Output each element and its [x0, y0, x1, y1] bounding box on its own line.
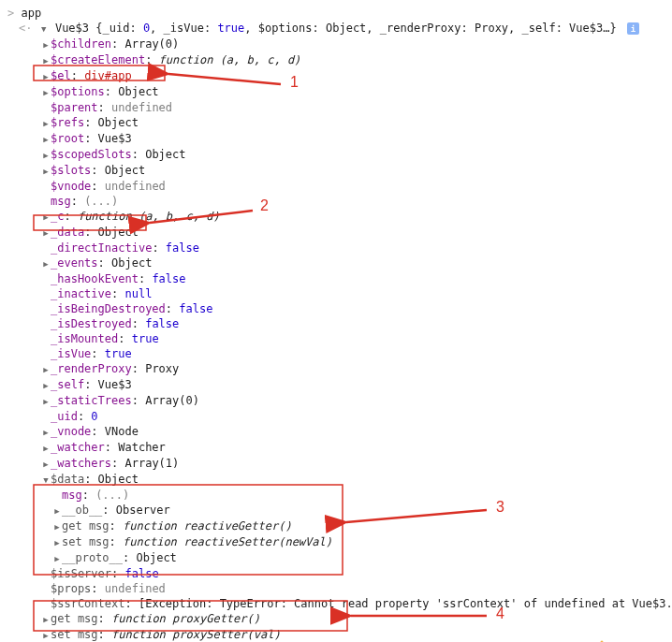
property-row[interactable]: $createElement: function (a, b, c, d) [7, 52, 665, 68]
brace: } [609, 22, 616, 35]
property-row[interactable]: $props: undefined [7, 581, 665, 596]
property-row[interactable]: _isVue: true [7, 346, 665, 361]
property-row[interactable]: _isDestroyed: false [7, 316, 665, 331]
brace: { [95, 22, 102, 35]
property-row[interactable]: $parent: undefined [7, 100, 665, 115]
info-icon[interactable]: i [627, 22, 639, 35]
annotation-label: 2 [260, 198, 269, 213]
property-row[interactable]: $vnode: undefined [7, 179, 665, 194]
expand-icon[interactable] [41, 472, 51, 488]
expand-icon[interactable] [41, 147, 51, 163]
object-header[interactable]: <· Vue$3 {_uid: 0, _isVue: true, $option… [7, 21, 665, 36]
annotation-label: 3 [496, 500, 504, 515]
property-row[interactable]: set msg: function reactiveSetter(newVal) [7, 534, 665, 550]
property-row[interactable]: $isServer: false [7, 566, 665, 581]
property-row[interactable]: _vnode: VNode [7, 424, 665, 440]
expand-icon[interactable] [41, 424, 51, 440]
data-section-header[interactable]: $data: Object [7, 472, 665, 488]
expand-icon[interactable] [41, 255, 51, 271]
property-row[interactable]: _data: Object [7, 225, 665, 241]
property-row[interactable]: _self: Vue$3 [7, 377, 665, 393]
property-row[interactable]: $slots: Object [7, 163, 665, 179]
header-summary: _uid: 0, _isVue: true, $options: Object,… [103, 22, 610, 35]
expand-icon[interactable] [41, 611, 51, 627]
expand-icon[interactable] [52, 534, 62, 550]
property-row[interactable]: _directInactive: false [7, 241, 665, 255]
expand-icon[interactable] [52, 503, 62, 518]
expand-icon[interactable] [41, 36, 51, 52]
expand-icon[interactable] [52, 550, 62, 566]
console-prompt-line: > app [7, 6, 665, 21]
expand-icon[interactable] [41, 225, 51, 241]
expand-icon[interactable] [41, 361, 51, 377]
property-row[interactable]: _uid: 0 [7, 409, 665, 424]
property-row[interactable]: $root: Vue$3 [7, 131, 665, 147]
property-row[interactable]: $el: div#app [7, 68, 665, 84]
expand-icon[interactable] [41, 131, 51, 147]
property-row[interactable]: $ssrContext: [Exception: TypeError: Cann… [7, 596, 665, 611]
prompt-chevron: <· [19, 22, 32, 35]
property-row[interactable]: _watcher: Watcher [7, 440, 665, 456]
property-row[interactable]: _c: function (a, b, c, d) [7, 209, 665, 225]
property-row[interactable]: _renderProxy: Proxy [7, 361, 665, 377]
property-row[interactable]: $children: Array(0) [7, 36, 665, 52]
property-row[interactable]: get msg: function proxyGetter() [7, 611, 665, 627]
property-row[interactable]: msg: (...) [7, 488, 665, 503]
property-row[interactable]: _hasHookEvent: false [7, 271, 665, 286]
property-row[interactable]: _staticTrees: Array(0) [7, 393, 665, 409]
property-row[interactable]: set msg: function proxySetter(val) [7, 627, 665, 642]
expand-icon[interactable] [41, 456, 51, 472]
annotation-label: 4 [496, 606, 504, 621]
property-row[interactable]: __proto__: Object [7, 550, 665, 566]
expand-icon[interactable] [41, 209, 51, 225]
property-row[interactable]: get msg: function reactiveGetter() [7, 518, 665, 534]
property-row[interactable]: msg: (...) [7, 194, 665, 209]
property-row[interactable]: _events: Object [7, 255, 665, 271]
prompt-chevron: > [7, 7, 14, 20]
expand-icon[interactable] [41, 68, 51, 84]
expand-icon[interactable] [41, 440, 51, 456]
property-row[interactable]: __ob__: Observer [7, 503, 665, 518]
property-row[interactable]: _watchers: Array(1) [7, 456, 665, 472]
expand-icon[interactable] [41, 84, 51, 100]
expand-icon[interactable] [41, 163, 51, 179]
property-row[interactable]: _inactive: null [7, 286, 665, 301]
expand-icon[interactable] [41, 115, 51, 131]
property-row[interactable]: $refs: Object [7, 115, 665, 131]
property-row[interactable]: $scopedSlots: Object [7, 147, 665, 163]
property-row[interactable]: _isBeingDestroyed: false [7, 301, 665, 316]
expand-icon[interactable] [52, 518, 62, 534]
expand-icon[interactable] [41, 627, 51, 642]
expand-icon[interactable] [39, 21, 49, 36]
property-row[interactable]: $options: Object [7, 84, 665, 100]
object-class: Vue$3 [55, 22, 89, 35]
expand-icon[interactable] [41, 393, 51, 409]
expand-icon[interactable] [41, 52, 51, 68]
property-row[interactable]: _isMounted: true [7, 331, 665, 346]
expand-icon[interactable] [41, 377, 51, 393]
annotation-label: 1 [290, 75, 299, 90]
prompt-text: app [21, 7, 41, 20]
